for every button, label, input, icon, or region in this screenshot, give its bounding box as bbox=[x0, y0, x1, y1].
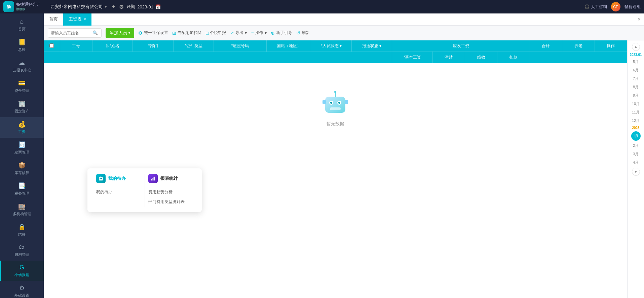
settings-btn[interactable]: ⚙ bbox=[119, 4, 124, 10]
multiorg-icon: 🏬 bbox=[18, 203, 26, 210]
robot-mini-icon bbox=[98, 176, 104, 181]
toolbar-tax-report[interactable]: □ 个税申报 bbox=[206, 30, 226, 36]
sidebar-item-close[interactable]: 🔒 结账 bbox=[0, 220, 44, 240]
timeline-7yue[interactable]: 7月 bbox=[628, 74, 644, 83]
header-checkbox[interactable] bbox=[44, 40, 60, 52]
header-name: ⇅ *姓名 bbox=[92, 40, 133, 52]
logo-sub: 旗舰版 bbox=[16, 7, 40, 11]
popup-col2-icon bbox=[148, 174, 158, 183]
timeline-6yue[interactable]: 6月 bbox=[628, 66, 644, 74]
header-idtype: *证件类型 bbox=[173, 40, 214, 52]
special-deduct-icon: ⊞ bbox=[172, 30, 176, 36]
table-right-wrapper: 工号 ⇅ *姓名 *部门 *证件类型 *证照号码 国籍（地区） *人员状态 ▾ bbox=[44, 40, 644, 298]
timeline-9yue[interactable]: 9月 bbox=[628, 91, 644, 100]
timeline-1yue-active[interactable]: 1月 bbox=[631, 131, 641, 141]
sidebar-item-tax[interactable]: 📑 税务管理 bbox=[0, 179, 44, 199]
salary-table: 工号 ⇅ *姓名 *部门 *证件类型 *证照号码 国籍（地区） *人员状态 ▾ bbox=[44, 40, 627, 154]
add-btn[interactable]: + bbox=[112, 4, 115, 10]
timeline-year-header: 2023.01 bbox=[630, 52, 642, 58]
timeline-2yue[interactable]: 2月 bbox=[628, 141, 644, 150]
sidebar-item-salary[interactable]: 💰 工资 bbox=[0, 117, 44, 138]
sidebar-item-ledger[interactable]: 📒 总账 bbox=[0, 35, 44, 56]
header-num: 工号 bbox=[60, 40, 92, 52]
timeline-10yue[interactable]: 10月 bbox=[628, 100, 644, 108]
invoice-icon: 🧾 bbox=[18, 141, 26, 148]
filter-person-icon[interactable]: ▾ bbox=[340, 43, 342, 48]
export-icon: ↗ bbox=[230, 30, 234, 36]
popup-col-reports: 报表统计 费用趋势分析 部门费用类型统计表 bbox=[145, 174, 197, 207]
sidebar-item-home[interactable]: ⌂ 首页 bbox=[0, 15, 44, 35]
toolbar-special-deduct[interactable]: ⊞ 专项附加扣除 bbox=[172, 30, 202, 36]
tab-bar: 首页 工资表 × × bbox=[44, 13, 644, 26]
tab-salary[interactable]: 工资表 × bbox=[63, 13, 91, 26]
timeline-5yue[interactable]: 5月 bbox=[628, 58, 644, 66]
sidebar-item-funds[interactable]: 💳 资金管理 bbox=[0, 76, 44, 97]
sidebar-item-archive[interactable]: 🗂 归档管理 bbox=[0, 240, 44, 261]
tab-close-icon[interactable]: × bbox=[84, 17, 86, 22]
header-personstatus[interactable]: *人员状态 ▾ bbox=[311, 40, 351, 52]
tab-home[interactable]: 首页 bbox=[44, 13, 63, 26]
operations-arrow: ▾ bbox=[265, 31, 267, 35]
sidebar-item-multiorg[interactable]: 🏬 多机构管理 bbox=[0, 199, 44, 220]
consultant-btn[interactable]: 🎧 人工咨询 bbox=[584, 4, 607, 10]
add-person-button[interactable]: 添加人员 ▾ bbox=[106, 28, 134, 38]
content-wrapper: 首页 工资表 × × 🔍 添加人员 ▾ ⚙ 统一社保设置 ⊞ bbox=[44, 13, 644, 298]
calendar-icon: 📅 bbox=[155, 4, 161, 9]
operations-icon: ≡ bbox=[251, 30, 254, 36]
toolbar-export[interactable]: ↗ 导出 ▾ bbox=[230, 30, 247, 36]
svg-rect-17 bbox=[154, 177, 155, 180]
timeline-12yue[interactable]: 12月 bbox=[628, 117, 644, 125]
svg-point-11 bbox=[100, 178, 101, 179]
toolbar-refresh[interactable]: ↺ 刷新 bbox=[296, 30, 310, 36]
sort-name-icon[interactable]: ⇅ bbox=[106, 44, 109, 48]
header-total: 合计 bbox=[530, 40, 562, 52]
sidebar-label-close: 结账 bbox=[18, 232, 26, 237]
sub-spacer bbox=[44, 52, 392, 63]
right-timeline: ▲ 2023.01 5月 6月 7月 8月 9月 10月 11月 12月 202… bbox=[627, 40, 644, 298]
timeline-11yue[interactable]: 11月 bbox=[628, 108, 644, 117]
popup-col-mywork: 我的待办 我的待办 bbox=[93, 174, 145, 207]
select-all-checkbox[interactable] bbox=[49, 43, 54, 48]
period-area[interactable]: 账期 2023-01 📅 bbox=[126, 4, 161, 10]
filter-send-icon[interactable]: ▾ bbox=[379, 43, 381, 48]
empty-state-row: 暂无数据 bbox=[44, 63, 627, 154]
sidebar-item-reports[interactable]: ☁ 云报表中心 bbox=[0, 56, 44, 76]
timeline-year2023: 2023 bbox=[632, 125, 639, 131]
search-box[interactable]: 🔍 bbox=[48, 28, 102, 38]
top-bar: 畅 畅捷通好会计 旗舰版 西安虾米网络科技有限公司 ▾ + ⚙ 账期 2023-… bbox=[0, 0, 644, 13]
sidebar-item-assets[interactable]: 🏢 固定资产 bbox=[0, 97, 44, 117]
toolbar-operations[interactable]: ≡ 操作 ▾ bbox=[251, 30, 266, 36]
timeline-up-btn[interactable]: ▲ bbox=[632, 43, 640, 51]
special-deduct-label: 专项附加扣除 bbox=[178, 30, 202, 36]
header-sendstatus[interactable]: 报送状态 ▾ bbox=[351, 40, 392, 52]
sidebar-item-inventory[interactable]: 📦 库存核算 bbox=[0, 158, 44, 179]
search-input[interactable] bbox=[51, 31, 91, 35]
close-panel-btn[interactable]: × bbox=[638, 16, 641, 23]
robot-svg bbox=[318, 90, 352, 117]
toolbar-social-security[interactable]: ⚙ 统一社保设置 bbox=[138, 30, 168, 36]
svg-point-7 bbox=[334, 91, 336, 93]
svg-point-3 bbox=[330, 102, 332, 104]
sidebar-label-invoice: 发票管理 bbox=[14, 150, 29, 155]
sidebar-label-ledger: 总账 bbox=[18, 47, 26, 52]
header-dept: *部门 bbox=[133, 40, 173, 52]
timeline-down-btn[interactable]: ▼ bbox=[632, 168, 640, 176]
sidebar-item-xiaochang[interactable]: G 小畅报销 bbox=[0, 261, 44, 281]
popup-cost-trend-item[interactable]: 费用趋势分析 bbox=[148, 187, 193, 197]
popup-dept-cost-item[interactable]: 部门费用类型统计表 bbox=[148, 197, 193, 207]
timeline-3yue[interactable]: 3月 bbox=[628, 150, 644, 158]
timeline-8yue[interactable]: 8月 bbox=[628, 83, 644, 91]
svg-rect-0 bbox=[325, 97, 345, 113]
popup-mywork-item[interactable]: 我的待办 bbox=[96, 187, 141, 197]
toolbar-guide[interactable]: ⊕ 新手引导 bbox=[271, 30, 292, 36]
table-area: 工号 ⇅ *姓名 *部门 *证件类型 *证照号码 国籍（地区） *人员状态 ▾ bbox=[44, 40, 627, 298]
company-selector[interactable]: 西安虾米网络科技有限公司 ▾ bbox=[50, 4, 107, 10]
sidebar-item-invoice[interactable]: 🧾 发票管理 bbox=[0, 138, 44, 158]
sidebar-item-basic[interactable]: ⚙ 基础设置 bbox=[0, 281, 44, 298]
timeline-4yue[interactable]: 4月 bbox=[628, 158, 644, 167]
header-pension: 养老 bbox=[562, 40, 595, 52]
home-icon: ⌂ bbox=[20, 18, 24, 25]
sub-header-performance: 绩效 bbox=[465, 52, 497, 63]
tab-home-label: 首页 bbox=[49, 16, 58, 22]
popup-col1-icon bbox=[96, 174, 106, 183]
